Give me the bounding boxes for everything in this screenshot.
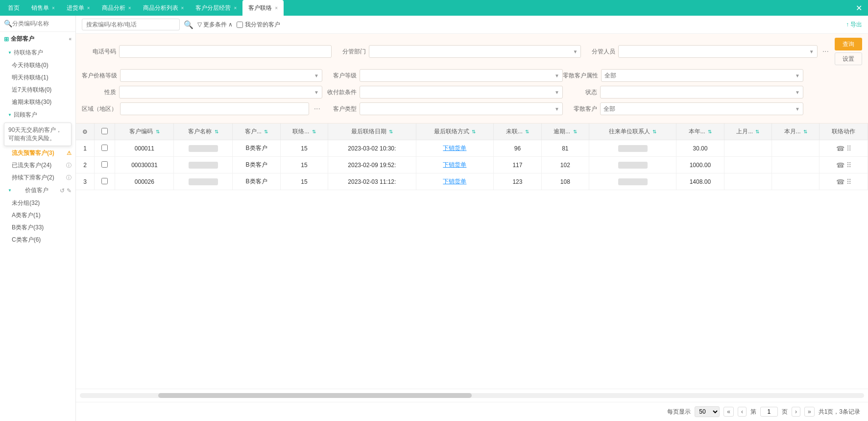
tab-customer-segment[interactable]: 客户分层经营 × [190,0,242,16]
tab-product-analysis-list-close[interactable]: × [181,5,184,11]
sidebar-item-today[interactable]: 今天待联络(0) [0,59,75,72]
tab-customer-contact[interactable]: 客户联络 × [242,0,284,16]
contact-icon[interactable]: ☎ [836,145,844,152]
col-contacts-sort[interactable]: ⇅ [312,129,316,134]
col-name: 客户名称 ⇅ [174,124,233,140]
page-number-input[interactable] [760,407,778,417]
next-page-button[interactable]: › [792,407,800,417]
cell-code: 000011 [115,140,174,157]
tab-home[interactable]: 首页 [2,0,25,16]
search-button[interactable]: 🔍 [184,20,193,29]
sidebar-item-overdue[interactable]: 逾期未联络(30) [0,96,75,108]
cell-unit-contact [589,140,676,157]
cell-this-year: 30.00 [676,140,724,157]
first-page-button[interactable]: « [723,407,734,417]
sidebar-item-already-lost[interactable]: 已流失客户(24) ⓘ [0,159,75,172]
sidebar-item-c-class[interactable]: C类客户(6) [0,234,75,246]
last-page-button[interactable]: » [804,407,815,417]
my-customers-checkbox[interactable] [237,22,243,28]
col-last-way-sort[interactable]: ⇅ [472,129,476,134]
last-way-link[interactable]: 下销货单 [443,145,466,151]
sidebar-search-input[interactable] [12,20,76,27]
tab-product-analysis[interactable]: 商品分析 × [96,0,137,16]
sidebar-item-week[interactable]: 近7天待联络(0) [0,84,75,96]
manager-more-button[interactable]: ··· [820,47,831,56]
horizontal-scrollbar[interactable] [76,389,868,402]
sidebar-item-tomorrow[interactable]: 明天待联络(1) [0,72,75,84]
region-more-button[interactable]: ··· [312,104,322,113]
col-unit-sort[interactable]: ⇅ [652,129,656,134]
cell-last-way: 下销货单 [416,173,494,190]
cell-checkbox[interactable] [95,157,115,173]
sidebar-collapse-arrow[interactable]: « [69,36,72,42]
refresh-icon[interactable]: ↺ [60,187,65,194]
col-last-date-sort[interactable]: ⇅ [389,129,393,134]
col-code-sort[interactable]: ⇅ [156,129,160,134]
cust-type-select[interactable]: ▼ [360,102,563,115]
dept-select[interactable]: ▼ [369,45,581,58]
col-last-month-sort[interactable]: ⇅ [755,129,759,134]
col-overdue-sort[interactable]: ⇅ [573,129,577,134]
row-checkbox[interactable] [101,145,108,151]
edit-icon[interactable]: ✎ [67,187,72,194]
last-way-link[interactable]: 下销货单 [443,178,466,185]
sidebar-item-a-class[interactable]: A类客户(1) [0,209,75,222]
prev-page-button[interactable]: ‹ [738,407,747,417]
col-checkbox[interactable] [95,124,115,140]
more-action-icon[interactable]: ⠿ [846,145,851,152]
col-this-year-sort[interactable]: ⇅ [708,129,712,134]
region-input[interactable] [120,102,309,115]
contact-icon[interactable]: ☎ [836,178,844,186]
settings-button[interactable]: 设置 [835,52,862,65]
tab-home-label: 首页 [8,4,20,12]
col-settings[interactable]: ⚙ [76,124,95,140]
col-level-sort[interactable]: ⇅ [264,129,268,134]
retail-select[interactable]: 全部▼ [600,102,803,115]
sidebar-item-downward[interactable]: 持续下滑客户(2) ⓘ [0,172,75,184]
cell-checkbox[interactable] [95,140,115,157]
payment-select[interactable]: ▼ [360,86,563,99]
cell-checkbox[interactable] [95,173,115,190]
last-way-link[interactable]: 下销货单 [443,161,466,168]
sidebar-all-customers[interactable]: ⊞ 全部客户 « [0,32,75,46]
nature-label: 性质 [82,88,116,97]
per-page-select[interactable]: 50 100 200 [695,406,720,417]
row-checkbox[interactable] [101,161,108,168]
search-input[interactable] [82,19,180,30]
export-button[interactable]: ↑ 导出 [846,21,862,29]
tab-customer-segment-close[interactable]: × [234,5,237,11]
row-checkbox[interactable] [101,178,108,184]
price-level-select[interactable]: ▼ [120,69,322,82]
status-select[interactable]: ▼ [600,86,803,99]
query-button[interactable]: 查询 [835,38,862,50]
tab-sales[interactable]: 销售单 × [25,0,61,16]
col-this-month-sort[interactable]: ⇅ [803,129,807,134]
window-close-button[interactable]: ✕ [852,3,866,13]
more-action-icon[interactable]: ⠿ [846,178,851,186]
more-conditions-button[interactable]: ▽ 更多条件 ∧ [197,21,233,29]
cust-level-select[interactable]: ▼ [360,69,563,82]
retail-attr-select[interactable]: 全部▼ [601,69,803,82]
nature-select[interactable]: ▼ [119,86,322,99]
sidebar-item-unclassified[interactable]: 未分组(32) [0,197,75,209]
tab-product-analysis-close[interactable]: × [128,5,131,11]
contact-icon[interactable]: ☎ [836,161,844,169]
tab-customer-contact-close[interactable]: × [275,5,278,11]
sidebar-group-pending-contact[interactable]: 待联络客户 [0,46,75,59]
sidebar-group-valued[interactable]: 价值客户 ↺ ✎ [0,184,75,197]
more-action-icon[interactable]: ⠿ [846,161,851,169]
select-all-checkbox[interactable] [101,128,108,134]
col-uncontacted-sort[interactable]: ⇅ [525,129,529,134]
tab-purchase-close[interactable]: × [87,5,90,11]
my-customers-checkbox-label[interactable]: 我分管的客户 [237,21,280,29]
manager-select[interactable]: ▼ [618,45,817,58]
sidebar-item-lost-pre[interactable]: 流失预警客户(3) ⚠ [0,147,75,159]
tab-product-analysis-list[interactable]: 商品分析列表 × [137,0,190,16]
scroll-thumb[interactable] [158,393,472,398]
sidebar-group-lost[interactable]: 回顾客户 [0,108,75,122]
tab-purchase[interactable]: 进货单 × [61,0,96,16]
tab-sales-close[interactable]: × [52,5,55,11]
sidebar-item-b-class[interactable]: B类客户(33) [0,222,75,234]
col-name-sort[interactable]: ⇅ [215,129,218,134]
phone-input[interactable] [119,45,332,58]
